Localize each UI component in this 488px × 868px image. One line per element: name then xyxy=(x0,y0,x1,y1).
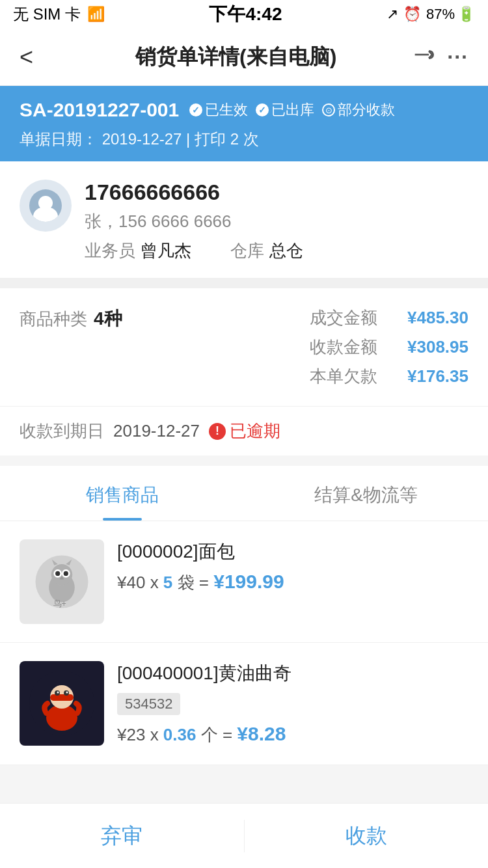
tabs-section: 销售商品 结算&物流等 xyxy=(0,466,488,765)
salesperson-value: 曾凡杰 xyxy=(141,239,191,262)
back-button[interactable]: < xyxy=(20,44,59,71)
bottom-bar: 弃审 收款 xyxy=(0,803,488,868)
svg-rect-14 xyxy=(50,694,74,701)
customer-meta: 业务员 曾凡杰 仓库 总仓 xyxy=(85,239,468,262)
status-bar: 无 SIM 卡 📶 下午4:42 ↗ ⏰ 87% 🔋 xyxy=(0,0,488,29)
received-value: ¥308.95 xyxy=(390,337,468,357)
badge-payment: ⊙ 部分收款 xyxy=(322,100,395,120)
customer-name: 17666666666 xyxy=(85,180,468,205)
check-icon: ✓ xyxy=(189,103,202,116)
product-price-1: ¥40 x 5 袋 = ¥199.99 xyxy=(117,571,468,594)
category-label: 商品种类 xyxy=(20,308,87,331)
thumb-placeholder-1: 鸟+ xyxy=(20,539,104,624)
product-qty-1: 5 xyxy=(163,573,172,592)
products-list: 鸟+ [0000002]面包 ¥40 x 5 袋 = ¥199.99 xyxy=(0,521,488,765)
battery-icon: 🔋 xyxy=(457,6,475,23)
product-total-2: ¥8.28 xyxy=(237,723,286,744)
due-date-value: 2019-12-27 xyxy=(113,421,200,441)
status-right: ↗ ⏰ 87% 🔋 xyxy=(386,6,475,23)
received-label: 收款金额 xyxy=(310,336,377,359)
debt-row: 本单欠款 ¥176.35 xyxy=(310,365,468,388)
svg-point-17 xyxy=(57,692,59,694)
product-sku-2: 534532 xyxy=(117,693,180,715)
badge-shipped: ✓ 已出库 xyxy=(256,100,314,120)
status-time: 下午4:42 xyxy=(209,2,282,27)
carrier-text: 无 SIM 卡 xyxy=(13,4,81,25)
location-icon: ↗ xyxy=(386,6,398,23)
svg-point-6 xyxy=(64,571,68,576)
avatar xyxy=(20,180,72,232)
owl-icon: 鸟+ xyxy=(33,552,91,611)
svg-point-5 xyxy=(55,571,60,576)
badge-effective: ✓ 已生效 xyxy=(189,100,248,120)
battery-indicator: 87% 🔋 xyxy=(426,6,475,23)
svg-point-18 xyxy=(66,692,68,694)
product-item: 鸟+ [0000002]面包 ¥40 x 5 袋 = ¥199.99 xyxy=(0,521,488,643)
order-number: SA-20191227-001 xyxy=(20,99,179,121)
product-total-1: ¥199.99 xyxy=(213,571,284,592)
check-icon-2: ✓ xyxy=(256,103,269,116)
product-name-1: [0000002]面包 xyxy=(117,539,468,564)
debt-value: ¥176.35 xyxy=(390,366,468,387)
clock-icon: ⊙ xyxy=(322,103,335,116)
overdue-icon: ! xyxy=(209,423,226,440)
customer-info: 17666666666 张，156 6666 6666 业务员 曾凡杰 仓库 总… xyxy=(85,180,468,262)
customer-section: 17666666666 张，156 6666 6666 业务员 曾凡杰 仓库 总… xyxy=(0,161,488,278)
overdue-text: 已逾期 xyxy=(230,420,280,442)
cancel-button[interactable]: 弃审 xyxy=(0,809,244,863)
due-date-label: 收款到期日 xyxy=(20,420,104,442)
svg-text:鸟+: 鸟+ xyxy=(53,599,66,608)
tab-sales-products[interactable]: 销售商品 xyxy=(0,466,244,521)
status-badges: ✓ 已生效 ✓ 已出库 ⊙ 部分收款 xyxy=(189,100,395,120)
wifi-icon: 📶 xyxy=(87,6,105,23)
due-date-section: 收款到期日 2019-12-27 ! 已逾期 xyxy=(0,406,488,455)
product-info-2: [000400001]黄油曲奇 534532 ¥23 x 0.36 个 = ¥8… xyxy=(117,661,468,746)
page-title: 销货单详情(来自电脑) xyxy=(135,43,336,72)
confirm-button[interactable]: 收款 xyxy=(245,809,489,863)
customer-phone: 张，156 6666 6666 xyxy=(85,210,468,233)
ninja-icon xyxy=(29,671,94,736)
product-info-1: [0000002]面包 ¥40 x 5 袋 = ¥199.99 xyxy=(117,539,468,594)
nav-bar: < 销货单详情(来自电脑) ··· xyxy=(0,29,488,86)
share-button[interactable] xyxy=(413,44,434,70)
warehouse-item: 仓库 总仓 xyxy=(230,239,303,262)
salesperson-item: 业务员 曾凡杰 xyxy=(85,239,191,262)
amount-row: 成交金额 ¥485.30 xyxy=(310,306,468,329)
alarm-icon: ⏰ xyxy=(403,6,421,23)
warehouse-label: 仓库 xyxy=(230,239,264,262)
more-button[interactable]: ··· xyxy=(447,45,468,69)
amount-value: ¥485.30 xyxy=(390,308,468,328)
received-row: 收款金额 ¥308.95 xyxy=(310,336,468,359)
financial-stats: 成交金额 ¥485.30 收款金额 ¥308.95 本单欠款 ¥176.35 xyxy=(310,306,468,388)
order-header-band: SA-20191227-001 ✓ 已生效 ✓ 已出库 ⊙ 部分收款 单据日期：… xyxy=(0,86,488,161)
tab-settlement-logistics[interactable]: 结算&物流等 xyxy=(244,466,488,521)
product-qty-2: 0.36 xyxy=(163,725,197,744)
category-count: 4种 xyxy=(94,306,122,331)
product-price-2: ¥23 x 0.36 个 = ¥8.28 xyxy=(117,723,468,746)
stats-section: 商品种类 4种 成交金额 ¥485.30 收款金额 ¥308.95 本单欠款 ¥… xyxy=(0,288,488,406)
warehouse-value: 总仓 xyxy=(269,239,303,262)
product-item-2: [000400001]黄油曲奇 534532 ¥23 x 0.36 个 = ¥8… xyxy=(0,643,488,765)
salesperson-label: 业务员 xyxy=(85,239,135,262)
divider-1 xyxy=(0,278,488,288)
debt-label: 本单欠款 xyxy=(310,365,377,388)
status-left: 无 SIM 卡 📶 xyxy=(13,4,105,25)
product-name-2: [000400001]黄油曲奇 xyxy=(117,661,468,686)
order-date-line: 单据日期： 2019-12-27 | 打印 2 次 xyxy=(20,129,468,150)
category-stat: 商品种类 4种 xyxy=(20,306,122,331)
amount-label: 成交金额 xyxy=(310,306,377,329)
overdue-badge: ! 已逾期 xyxy=(209,420,280,442)
product-thumbnail-1: 鸟+ xyxy=(20,539,104,624)
nav-actions: ··· xyxy=(413,44,468,70)
product-thumbnail-2 xyxy=(20,661,104,746)
avatar-image xyxy=(29,189,62,222)
tabs-row: 销售商品 结算&物流等 xyxy=(0,466,488,521)
